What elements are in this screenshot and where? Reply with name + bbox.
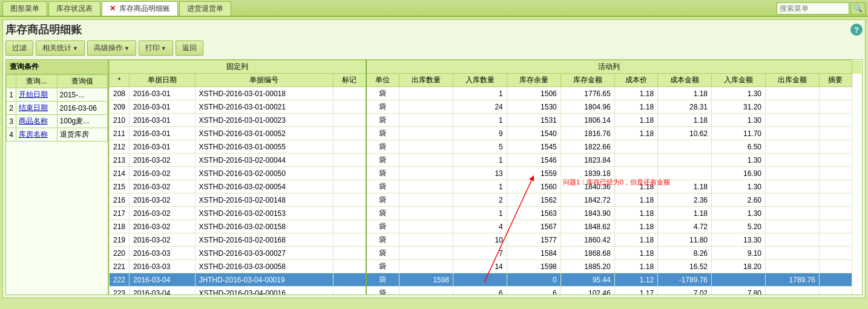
- query-row[interactable]: 3 商品名称 100g麦...: [7, 115, 108, 128]
- cell-1: 2016-03-01: [130, 87, 195, 100]
- table-row[interactable]: 2122016-03-01XSTHD-2016-03-01-00055袋5154…: [110, 140, 862, 154]
- cell-11: 18.20: [712, 260, 766, 273]
- cell-11: 16.90: [712, 167, 766, 180]
- tab-close-icon[interactable]: ✕: [110, 4, 116, 13]
- tab-graphic-menu[interactable]: 图形菜单: [2, 1, 47, 16]
- cell-9: 1.18: [614, 233, 657, 247]
- query-row[interactable]: 2 结束日期 2016-03-06: [7, 102, 108, 115]
- table-row[interactable]: 2222016-03-04JHTHD-2016-03-04-00019袋1598…: [110, 273, 862, 287]
- cell-4: 袋: [366, 220, 399, 233]
- cell-2: XSTHD-2016-03-02-00158: [195, 220, 333, 233]
- cell-10: 4.72: [658, 220, 712, 233]
- top-search-area: 🔍: [777, 2, 866, 15]
- cell-9: 1.18: [614, 220, 657, 233]
- help-icon[interactable]: ?: [850, 24, 863, 36]
- cell-11: [712, 273, 766, 287]
- cell-8: 102.46: [561, 287, 614, 295]
- cell-2: XSTHD-2016-03-01-00021: [195, 100, 333, 114]
- col-header-12: 出库金额: [765, 74, 819, 87]
- cell-7: 1546: [507, 154, 561, 167]
- cell-7: 6: [507, 287, 561, 295]
- cell-3: [333, 247, 366, 260]
- table-row[interactable]: 2212016-03-03XSTHD-2016-03-03-00058袋1415…: [110, 260, 862, 273]
- cell-7: 1559: [507, 167, 561, 180]
- stats-button[interactable]: 相关统计 ▼: [36, 41, 85, 56]
- tab-label: 库存商品明细账: [119, 4, 170, 14]
- cell-8: 95.44: [561, 273, 614, 287]
- cell-12: [765, 180, 819, 194]
- cell-7: 1531: [507, 114, 561, 127]
- query-row[interactable]: 1 开始日期 2015-...: [7, 88, 108, 102]
- tab-label: 进货退货单: [187, 4, 223, 14]
- tab-inventory-detail[interactable]: ✕ 库存商品明细账: [102, 1, 178, 16]
- cell-0: 223: [110, 287, 130, 295]
- cell-0: 216: [110, 194, 130, 207]
- cell-0: 212: [110, 140, 130, 154]
- table-row[interactable]: 2092016-03-01XSTHD-2016-03-01-00021袋2415…: [110, 100, 862, 114]
- cell-13: [819, 87, 852, 100]
- cell-13: [819, 247, 852, 260]
- filter-button[interactable]: 过滤: [5, 41, 33, 56]
- cell-1: 2016-03-02: [130, 207, 195, 220]
- tab-inventory-status[interactable]: 库存状况表: [48, 1, 100, 16]
- cell-8: 1842.72: [561, 194, 614, 207]
- table-row[interactable]: 2202016-03-03XSTHD-2016-03-03-00027袋7158…: [110, 247, 862, 260]
- cell-12: [765, 140, 819, 154]
- cell-10: 8.26: [658, 247, 712, 260]
- table-row[interactable]: 2172016-03-02XSTHD-2016-03-02-00153袋1156…: [110, 207, 862, 220]
- table-row[interactable]: 2132016-03-02XSTHD-2016-03-02-00044袋1154…: [110, 154, 862, 167]
- query-col-key[interactable]: 查询...: [16, 75, 58, 88]
- query-row-key[interactable]: 开始日期: [16, 88, 58, 102]
- cell-3: [333, 207, 366, 220]
- cell-4: 袋: [366, 127, 399, 140]
- cell-13: [819, 220, 852, 233]
- cell-6: 1: [453, 207, 507, 220]
- cell-13: [819, 273, 852, 287]
- query-row-key[interactable]: 商品名称: [16, 115, 58, 128]
- query-row[interactable]: 4 库房名称 退货库房: [7, 128, 108, 141]
- cell-4: 袋: [366, 194, 399, 207]
- cell-0: 208: [110, 87, 130, 100]
- search-input[interactable]: [777, 2, 849, 15]
- back-button[interactable]: 返回: [176, 41, 203, 56]
- table-row[interactable]: 2102016-03-01XSTHD-2016-03-01-00023袋1153…: [110, 114, 862, 127]
- table-row[interactable]: 2112016-03-01XSTHD-2016-03-01-00052袋9154…: [110, 127, 862, 140]
- cell-4: 袋: [366, 207, 399, 220]
- cell-7: 1545: [507, 140, 561, 154]
- table-row[interactable]: 2142016-03-02XSTHD-2016-03-02-00050袋1315…: [110, 167, 862, 180]
- cell-9: 1.12: [614, 273, 657, 287]
- data-table-container[interactable]: 固定列 活动列 *单据日期单据编号标记单位出库数量入库数量库存余量库存金额成本价…: [109, 60, 862, 294]
- page-title-bar: 库存商品明细账 ?: [5, 22, 863, 37]
- cell-3: [333, 167, 366, 180]
- cell-10: 1.18: [658, 114, 712, 127]
- cell-13: [819, 207, 852, 220]
- cell-12: [765, 87, 819, 100]
- table-row[interactable]: 2232016-03-04XSTHD-2016-03-04-00016袋6610…: [110, 287, 862, 295]
- table-row[interactable]: 2162016-03-02XSTHD-2016-03-02-00148袋2156…: [110, 194, 862, 207]
- advanced-button[interactable]: 高级操作 ▼: [87, 41, 136, 56]
- table-row[interactable]: 2182016-03-02XSTHD-2016-03-02-00158袋4156…: [110, 220, 862, 233]
- cell-10: 10.62: [658, 127, 712, 140]
- print-button[interactable]: 打印 ▼: [139, 41, 173, 56]
- query-col-value: 查询值: [57, 75, 107, 88]
- query-row-key[interactable]: 库房名称: [16, 128, 58, 141]
- cell-2: JHTHD-2016-03-04-00019: [195, 273, 333, 287]
- query-row-key[interactable]: 结束日期: [16, 102, 58, 115]
- col-header-10: 成本金额: [658, 74, 712, 87]
- cell-13: [819, 114, 852, 127]
- cell-1: 2016-03-03: [130, 260, 195, 273]
- cell-10: -1789.76: [658, 273, 712, 287]
- cell-13: [819, 260, 852, 273]
- query-row-no: 3: [7, 115, 16, 128]
- cell-9: 1.18: [614, 260, 657, 273]
- search-button[interactable]: 🔍: [850, 2, 866, 15]
- query-col-no: [7, 75, 16, 88]
- cell-3: [333, 100, 366, 114]
- cell-12: [765, 207, 819, 220]
- cell-11: 6.50: [712, 140, 766, 154]
- tab-purchase-return[interactable]: 进货退货单: [179, 1, 231, 16]
- table-row[interactable]: 2152016-03-02XSTHD-2016-03-02-00054袋1156…: [110, 180, 862, 194]
- cell-6: 9: [453, 127, 507, 140]
- table-row[interactable]: 2192016-03-02XSTHD-2016-03-02-00168袋1015…: [110, 233, 862, 247]
- table-row[interactable]: 2082016-03-01XSTHD-2016-03-01-00018袋1150…: [110, 87, 862, 100]
